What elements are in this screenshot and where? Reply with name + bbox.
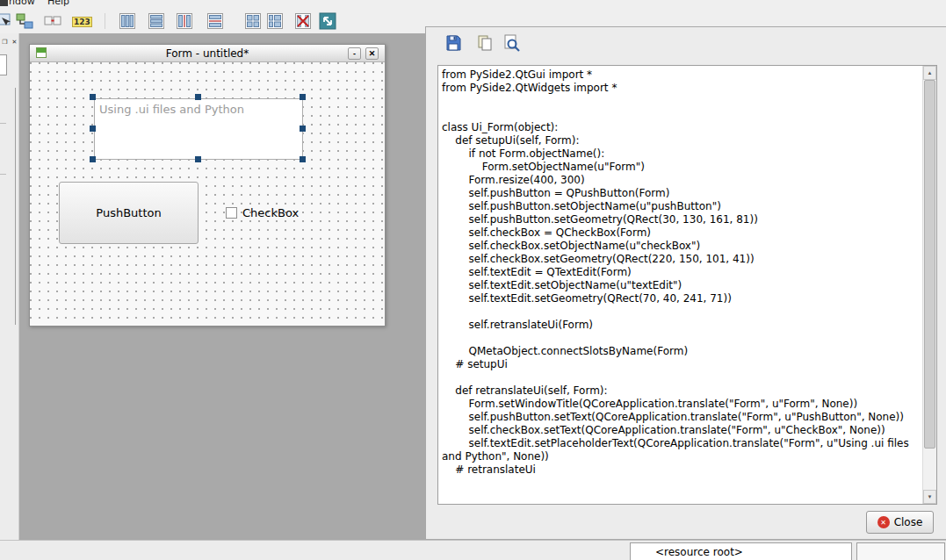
form-titlebar[interactable]: Form - untitled* - ✕: [30, 45, 385, 62]
form-title: Form - untitled*: [30, 47, 385, 60]
close-dialog-button[interactable]: ✕ Close: [866, 511, 934, 534]
selection-handle[interactable]: [300, 94, 306, 100]
textedit-widget[interactable]: Using .ui files and Python: [94, 98, 303, 160]
toolbar-separator: [105, 13, 105, 29]
code-text: from PySide2.QtGui import * from PySide2…: [438, 66, 921, 504]
pushbutton-widget[interactable]: PushButton: [59, 182, 199, 244]
main-toolbar: 123: [0, 9, 425, 33]
layout-horizontally-icon[interactable]: [118, 11, 137, 31]
filter-input[interactable]: [0, 54, 7, 75]
checkbox-label: CheckBox: [242, 206, 299, 219]
save-icon: [444, 42, 463, 55]
chevron-down-icon: ▼: [928, 494, 933, 499]
textedit-placeholder: Using .ui files and Python: [99, 103, 244, 116]
checkbox-indicator[interactable]: [226, 207, 237, 219]
find-button[interactable]: [501, 33, 522, 54]
app-icon: [0, 0, 8, 6]
scroll-up-button[interactable]: ▲: [923, 66, 936, 80]
widget-box-dock: ❐ ✕: [0, 33, 19, 541]
selection-handle[interactable]: [90, 156, 96, 162]
form-window[interactable]: Form - untitled* - ✕ Using .ui files and…: [29, 44, 386, 327]
close-icon: ✕: [369, 49, 376, 58]
scroll-down-button[interactable]: ▼: [923, 490, 936, 504]
dock-item-separator: [0, 174, 6, 175]
edit-buddies-icon[interactable]: [43, 11, 62, 31]
edit-tab-order-icon[interactable]: 123: [71, 11, 90, 31]
menubar: ndow Help: [0, 0, 425, 9]
minimize-icon: -: [353, 49, 356, 58]
menu-window[interactable]: ndow: [9, 0, 35, 7]
bottom-panel: <resource root>: [0, 540, 946, 560]
checkbox-widget[interactable]: CheckBox: [226, 205, 299, 219]
selection-handle[interactable]: [300, 156, 306, 162]
dock-scrollbar[interactable]: [15, 88, 16, 325]
code-scrollbar[interactable]: ▲ ▼: [922, 66, 936, 504]
close-icon: ✕: [12, 39, 18, 45]
qt-designer-screen: ndow Help 123: [0, 0, 946, 560]
copy-icon: [475, 42, 495, 55]
form-canvas[interactable]: Using .ui files and Python PushButton Ch…: [30, 62, 385, 326]
resource-root-item[interactable]: <resource root>: [630, 542, 852, 560]
edit-widgets-icon[interactable]: [0, 11, 13, 31]
layout-vertical-splitter-icon[interactable]: [206, 11, 225, 31]
selection-handle[interactable]: [195, 156, 201, 162]
edit-signals-slots-icon[interactable]: [15, 11, 34, 31]
float-icon: ❐: [2, 39, 7, 45]
scrollbar-thumb[interactable]: [924, 80, 935, 449]
close-button-label: Close: [894, 516, 923, 528]
dock-float-button[interactable]: ❐: [0, 37, 10, 47]
chevron-up-icon: ▲: [928, 70, 933, 75]
selection-handle[interactable]: [90, 94, 96, 100]
selection-handle[interactable]: [90, 126, 96, 132]
break-layout-icon[interactable]: [293, 11, 313, 31]
copy-button[interactable]: [474, 33, 495, 54]
adjust-size-icon[interactable]: [318, 11, 337, 31]
dock-item-separator: [0, 123, 6, 124]
minimize-button[interactable]: -: [348, 47, 361, 60]
layout-vertically-icon[interactable]: [147, 11, 166, 31]
resource-root-label: <resource root>: [655, 546, 743, 558]
layout-form-icon[interactable]: [265, 11, 285, 31]
code-preview-dialog: from PySide2.QtGui import * from PySide2…: [425, 26, 946, 540]
selection-handle[interactable]: [300, 126, 306, 132]
layout-horizontal-splitter-icon[interactable]: [175, 11, 194, 31]
save-button[interactable]: [443, 33, 464, 54]
dock-close-button[interactable]: ✕: [10, 37, 19, 47]
close-circle-icon: ✕: [877, 516, 890, 528]
resource-side-panel: [856, 542, 945, 560]
layout-grid-icon[interactable]: [243, 11, 263, 31]
close-button[interactable]: ✕: [365, 47, 379, 60]
code-view[interactable]: from PySide2.QtGui import * from PySide2…: [437, 65, 937, 505]
find-icon: [502, 42, 521, 55]
selection-handle[interactable]: [195, 94, 201, 100]
tab-order-label: 123: [72, 17, 92, 27]
menu-help[interactable]: Help: [47, 0, 69, 7]
